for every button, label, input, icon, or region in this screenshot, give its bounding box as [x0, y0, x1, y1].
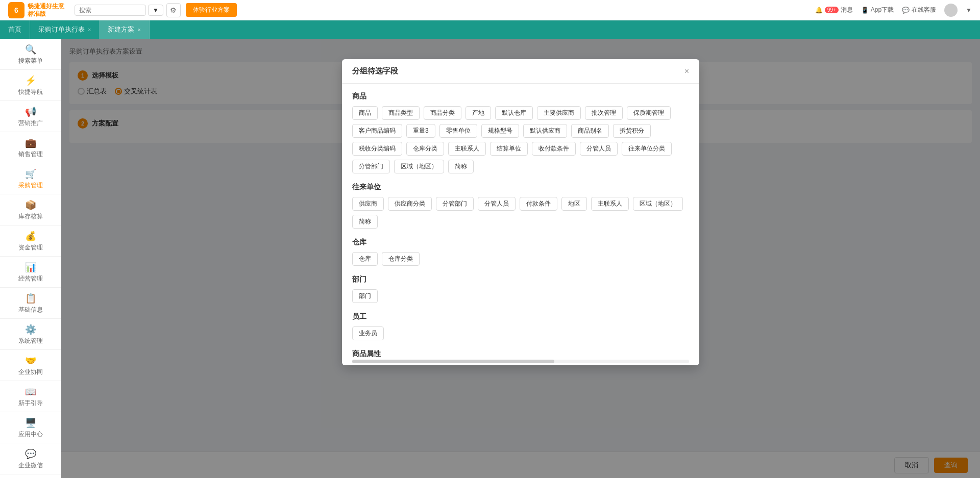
avatar[interactable] — [944, 4, 958, 17]
trial-button[interactable]: 体验行业方案 — [186, 3, 237, 17]
sidebar-item-appcenter[interactable]: 🖥️ 应用中心 — [0, 412, 61, 443]
app-download-label: App下载 — [871, 6, 894, 14]
wechat-icon: 💬 — [25, 448, 36, 460]
sidebar-item-label: 企业微信 — [18, 461, 43, 470]
section-employee-title: 员工 — [352, 312, 689, 321]
notification-item[interactable]: 🔔 99+ 消息 — [815, 6, 853, 14]
field-tag[interactable]: 供应商分类 — [388, 197, 432, 211]
field-tag[interactable]: 保质期管理 — [627, 106, 671, 120]
search-input[interactable] — [75, 5, 146, 16]
enterprise-icon: 🤝 — [25, 355, 36, 366]
field-tag[interactable]: 批次管理 — [585, 106, 623, 120]
field-tag[interactable]: 业务员 — [352, 326, 384, 340]
tab-new-plan[interactable]: 新建方案 × — [100, 20, 149, 39]
section-partner: 往来单位 供应商 供应商分类 分管部门 分管人员 付款条件 地区 主联系人 区域… — [352, 183, 689, 229]
sidebar-item-basic[interactable]: 📋 基础信息 — [0, 288, 61, 319]
sidebar-item-label: 企业协同 — [18, 368, 43, 376]
field-tag[interactable]: 付款条件 — [520, 197, 557, 211]
field-tag[interactable]: 区域（地区） — [633, 197, 683, 211]
field-tag[interactable]: 简称 — [352, 215, 378, 229]
field-tag[interactable]: 收付款条件 — [532, 142, 576, 156]
field-tag[interactable]: 重量3 — [406, 124, 435, 138]
sidebar-item-sales[interactable]: 💼 销售管理 — [0, 132, 61, 163]
field-tag[interactable]: 税收分类编码 — [352, 142, 402, 156]
sidebar-item-marketing[interactable]: 📢 营销推广 — [0, 101, 61, 132]
sidebar-item-label: 营销推广 — [18, 119, 43, 128]
notification-label: 消息 — [841, 6, 853, 14]
field-tag[interactable]: 往来单位分类 — [622, 142, 672, 156]
sidebar-item-label: 搜索菜单 — [18, 57, 43, 65]
tab-new-plan-close[interactable]: × — [137, 27, 140, 33]
sidebar-item-finance[interactable]: 💰 资金管理 — [0, 225, 61, 257]
section-product-attr: 商品属性 属性 颜色 多规格 尺码 鞋码 1 — [352, 349, 689, 360]
scrollbar-thumb — [352, 360, 554, 363]
field-tag[interactable]: 分管部门 — [436, 197, 474, 211]
sidebar-item-label: 采购管理 — [18, 181, 43, 190]
phone-icon: 📱 — [861, 7, 869, 14]
logo-area: 6 畅捷通好生意 标准版 — [8, 2, 69, 18]
field-tag[interactable]: 结算单位 — [490, 142, 528, 156]
section-warehouse: 仓库 仓库 仓库分类 — [352, 238, 689, 266]
field-tag[interactable]: 商品 — [352, 106, 378, 120]
field-tag[interactable]: 地区 — [561, 197, 587, 211]
section-partner-tags: 供应商 供应商分类 分管部门 分管人员 付款条件 地区 主联系人 区域（地区） … — [352, 197, 689, 229]
system-icon: ⚙️ — [25, 324, 36, 335]
sidebar-item-label: 快捷导航 — [18, 88, 43, 96]
gear-icon[interactable]: ⚙ — [166, 3, 181, 17]
online-service-item[interactable]: 💬 在线客服 — [902, 6, 936, 14]
tab-purchase-order[interactable]: 采购订单执行表 × — [30, 20, 100, 39]
bell-icon: 🔔 — [815, 7, 823, 14]
field-tag[interactable]: 商品类型 — [382, 106, 420, 120]
tab-purchase-order-close[interactable]: × — [88, 27, 91, 33]
sidebar-item-label: 经营管理 — [18, 274, 43, 283]
field-tag[interactable]: 分管人员 — [580, 142, 618, 156]
app-download-item[interactable]: 📱 App下载 — [861, 6, 894, 14]
sidebar-item-search[interactable]: 🔍 搜索菜单 — [0, 39, 61, 70]
field-tag[interactable]: 主联系人 — [591, 197, 629, 211]
basic-icon: 📋 — [25, 293, 36, 304]
field-tag[interactable]: 默认仓库 — [495, 106, 533, 120]
sidebar-item-wechat[interactable]: 💬 企业微信 — [0, 443, 61, 474]
sidebar-item-quick[interactable]: ⚡ 快捷导航 — [0, 70, 61, 101]
section-department-title: 部门 — [352, 275, 689, 284]
section-partner-title: 往来单位 — [352, 183, 689, 192]
sidebar-item-inventory[interactable]: 📦 库存核算 — [0, 194, 61, 225]
modal-header: 分组待选字段 × — [342, 59, 699, 84]
field-tag[interactable]: 主要供应商 — [537, 106, 581, 120]
logo-icon: 6 — [8, 2, 24, 18]
field-tag[interactable]: 规格型号 — [481, 124, 519, 138]
field-tag[interactable]: 简称 — [448, 160, 474, 173]
field-tag[interactable]: 仓库分类 — [406, 142, 444, 156]
field-tag[interactable]: 分管人员 — [478, 197, 516, 211]
sidebar-item-label: 系统管理 — [18, 337, 43, 345]
header-dropdown[interactable]: ▼ — [148, 5, 163, 16]
section-employee-tags: 业务员 — [352, 326, 689, 340]
field-tag[interactable]: 商品别名 — [571, 124, 609, 138]
sidebar-item-operation[interactable]: 📊 经营管理 — [0, 257, 61, 288]
tab-home[interactable]: 首页 — [0, 20, 30, 39]
field-tag[interactable]: 客户商品编码 — [352, 124, 402, 138]
user-arrow[interactable]: ▼ — [966, 7, 972, 14]
field-tag[interactable]: 产地 — [465, 106, 491, 120]
marketing-icon: 📢 — [25, 106, 36, 117]
field-tag[interactable]: 分管部门 — [352, 160, 390, 173]
sidebar-item-label: 基础信息 — [18, 306, 43, 314]
online-service-label: 在线客服 — [912, 6, 936, 14]
field-tag[interactable]: 部门 — [352, 289, 378, 303]
field-tag[interactable]: 仓库 — [352, 252, 378, 266]
field-tag[interactable]: 供应商 — [352, 197, 384, 211]
field-tag[interactable]: 区域（地区） — [394, 160, 444, 173]
sidebar-item-member[interactable]: ⭐ 畅会员 — [0, 474, 61, 478]
field-tag[interactable]: 拆货积分 — [613, 124, 651, 138]
field-tag[interactable]: 主联系人 — [448, 142, 486, 156]
field-tag[interactable]: 零售单位 — [439, 124, 477, 138]
sidebar-item-purchase[interactable]: 🛒 采购管理 — [0, 163, 61, 194]
field-tag[interactable]: 默认供应商 — [523, 124, 567, 138]
sidebar-item-enterprise[interactable]: 🤝 企业协同 — [0, 350, 61, 381]
field-tag[interactable]: 仓库分类 — [382, 252, 420, 266]
field-tag[interactable]: 商品分类 — [424, 106, 461, 120]
modal-close-button[interactable]: × — [684, 67, 689, 76]
sidebar-item-guide[interactable]: 📖 新手引导 — [0, 381, 61, 412]
modal-horizontal-scrollbar[interactable] — [352, 360, 689, 363]
sidebar-item-system[interactable]: ⚙️ 系统管理 — [0, 319, 61, 350]
